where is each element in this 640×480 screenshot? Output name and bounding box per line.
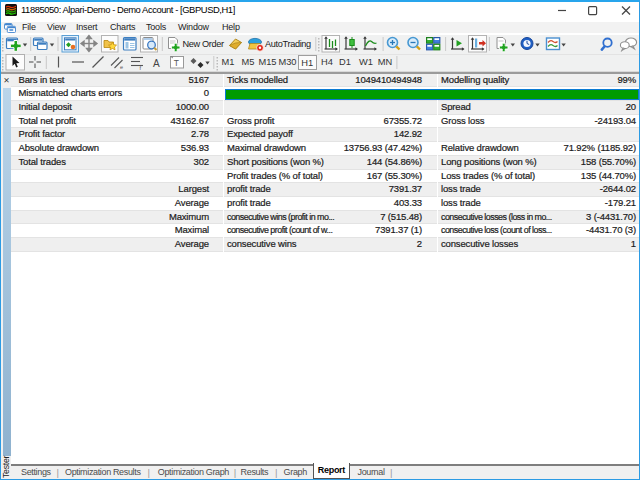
svg-text:A: A [153, 58, 160, 69]
svg-text:e: e [120, 64, 123, 70]
svg-text:T: T [174, 58, 179, 68]
